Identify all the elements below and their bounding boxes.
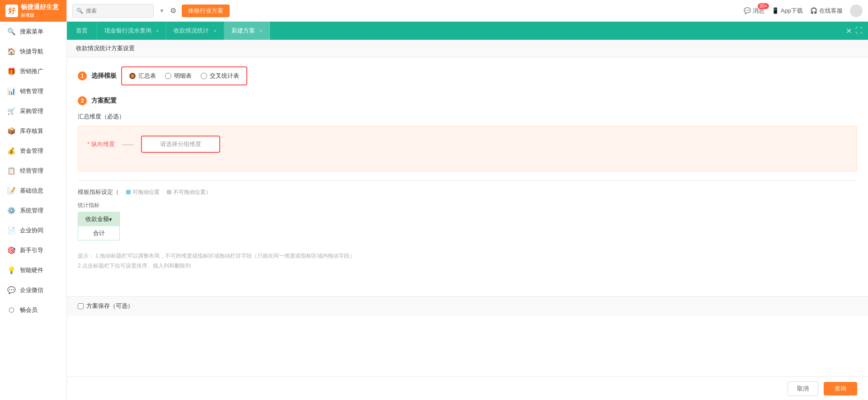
app-download-btn[interactable]: 📱 App下载	[772, 7, 803, 15]
radio-summary[interactable]: 汇总表	[129, 72, 156, 80]
draggable-label: 可拖动位置	[132, 188, 160, 196]
drag-dot-blue-icon	[126, 190, 131, 194]
sidebar-item-label: 经营管理	[20, 167, 43, 175]
topbar: 🔍 ▼ ⚙ 体验行业方案 💬 消息 99+ 📱 App下载 🎧 在线客服	[67, 0, 868, 22]
sidebar-item-operation[interactable]: 📋 经营管理	[0, 161, 66, 181]
non-draggable-indicator: 不可拖动位置）	[167, 188, 211, 196]
sidebar-item-marketing[interactable]: 🎁 营销推广	[0, 61, 66, 81]
settings-gear-icon[interactable]: ⚙	[170, 6, 176, 15]
chart-icon: 📊	[7, 87, 15, 95]
page-wrapper: 收款情况统计方案设置 1 选择模板 汇总表	[67, 40, 868, 383]
metrics-dropdown-icon[interactable]: ▾	[109, 216, 112, 223]
tab-payment-label: 收款情况统计	[174, 27, 209, 35]
sidebar-item-quick-nav[interactable]: 🏠 快捷导航	[0, 42, 66, 61]
sidebar-item-basic[interactable]: 📝 基础信息	[0, 181, 66, 201]
sidebar-item-wechat[interactable]: 💬 企业微信	[0, 280, 66, 300]
user-avatar[interactable]	[850, 5, 863, 17]
drag-dot-gray-icon	[167, 190, 171, 194]
doc-icon: 📝	[7, 187, 15, 195]
service-btn[interactable]: 🎧 在线客服	[810, 7, 843, 15]
sidebar-item-label: 销售管理	[20, 87, 43, 95]
query-button[interactable]: 查询	[824, 382, 857, 395]
step1-title: 选择模板	[91, 72, 117, 80]
step1-number: 1	[78, 71, 87, 80]
radio-cross[interactable]: 交叉统计表	[201, 72, 239, 80]
chat-icon: 💬	[7, 286, 15, 294]
dimension-area: * 纵向维度 —— 请选择分组维度	[78, 126, 857, 171]
action-bar: 取消 查询	[67, 376, 868, 400]
tab-bank-close-icon[interactable]: ×	[156, 28, 159, 33]
sidebar-item-label: 智能硬件	[20, 266, 43, 274]
radio-detail-input[interactable]	[165, 73, 171, 79]
money-icon: 💰	[7, 147, 15, 155]
metrics-label: 模板指标设定（	[78, 188, 119, 196]
tab-home[interactable]: 首页	[67, 22, 97, 40]
metrics-table-header[interactable]: 收款金额 ▾	[78, 212, 119, 226]
home-icon: 🏠	[7, 47, 15, 56]
save-plan-label: 方案保存（可选）	[86, 302, 133, 310]
metrics-table-row: 合计	[78, 226, 119, 240]
sidebar-item-guide[interactable]: 🎯 新手引导	[0, 240, 66, 260]
step2-header: 2 方案配置	[78, 96, 857, 105]
metrics-section: 模板指标设定（ 可拖动位置 不可拖动位置）	[78, 180, 857, 276]
sidebar-item-finance[interactable]: 💰 资金管理	[0, 141, 66, 161]
sidebar-item-sales[interactable]: 📊 销售管理	[0, 81, 66, 101]
sidebar-item-system[interactable]: ⚙️ 系统管理	[0, 201, 66, 221]
tab-payment-close-icon[interactable]: ×	[213, 28, 216, 33]
radio-detail[interactable]: 明细表	[165, 72, 192, 80]
tips-line1: 提示： 1.拖动标题栏可以调整布局，不可跨维度或指标区域拖动栏目字段（只能在同一…	[78, 251, 857, 261]
dimension-select-box[interactable]: 请选择分组维度	[141, 136, 220, 153]
search-icon: 🔍	[76, 8, 83, 14]
sidebar-item-inventory[interactable]: 📦 库存核算	[0, 121, 66, 141]
sidebar-item-purchase[interactable]: 🛒 采购管理	[0, 101, 66, 121]
radio-summary-input[interactable]	[129, 73, 136, 79]
page-content: 1 选择模板 汇总表 明细表	[67, 57, 868, 296]
sidebar-item-member[interactable]: ⬡ 畅会员	[0, 300, 66, 320]
sidebar-item-label: 采购管理	[20, 107, 43, 115]
step1-section: 1 选择模板 汇总表 明细表	[78, 66, 857, 85]
tips-section: 提示： 1.拖动标题栏可以调整布局，不可跨维度或指标区域拖动栏目字段（只能在同一…	[78, 246, 857, 276]
non-draggable-label: 不可拖动位置）	[173, 188, 211, 196]
close-window-icon[interactable]: ✕	[846, 27, 852, 35]
maximize-icon[interactable]: ⛶	[855, 27, 863, 35]
metrics-header: 模板指标设定（ 可拖动位置 不可拖动位置）	[78, 188, 857, 196]
sidebar-item-label: 库存核算	[20, 127, 43, 135]
save-plan-checkbox[interactable]	[78, 303, 84, 309]
dimension-config-label: 汇总维度（必选）	[78, 113, 857, 121]
sidebar-item-label: 资金管理	[20, 147, 43, 155]
topbar-search[interactable]: 🔍	[72, 4, 154, 18]
service-label: 在线客服	[819, 7, 843, 15]
step1-header: 1 选择模板 汇总表 明细表	[78, 66, 857, 85]
dropdown-arrow-icon[interactable]: ▼	[159, 8, 165, 14]
tab-new-close-icon[interactable]: ×	[259, 28, 262, 33]
draggable-indicator: 可拖动位置	[126, 188, 160, 196]
radio-summary-label: 汇总表	[138, 72, 156, 80]
message-badge: 99+	[758, 3, 769, 9]
search-input[interactable]	[86, 8, 150, 14]
tab-bank-query[interactable]: 现金银行流水查询 ×	[97, 22, 166, 40]
step2-title: 方案配置	[91, 97, 117, 105]
target-icon: 🎯	[7, 246, 15, 254]
tab-new-plan[interactable]: 新建方案 ×	[224, 22, 270, 40]
sidebar-item-hardware[interactable]: 💡 智能硬件	[0, 260, 66, 280]
sidebar-item-collab[interactable]: 📄 企业协同	[0, 221, 66, 240]
sidebar-item-label: 企业微信	[20, 286, 43, 294]
logo-text: 畅捷通好生意	[21, 3, 59, 11]
sidebar-item-search[interactable]: 🔍 搜索菜单	[0, 22, 66, 42]
industry-btn[interactable]: 体验行业方案	[182, 5, 230, 17]
content-area: 收款情况统计方案设置 1 选择模板 汇总表	[67, 40, 868, 400]
message-btn[interactable]: 💬 消息 99+	[744, 7, 764, 15]
logo-badge: 标准版	[21, 12, 59, 19]
tab-new-label: 新建方案	[231, 27, 255, 35]
radio-detail-label: 明细表	[174, 72, 192, 80]
metrics-table-header-text: 收款金额	[85, 215, 109, 223]
dimension-arrow: ——	[122, 141, 134, 148]
sidebar-item-label: 搜索菜单	[20, 28, 43, 36]
step2-section: 2 方案配置 汇总维度（必选） * 纵向维度 —— 请选择分组维度	[78, 96, 857, 276]
sidebar-item-label: 企业协同	[20, 226, 43, 235]
metrics-table-row-text: 合计	[93, 230, 105, 236]
tab-payment-stats[interactable]: 收款情况统计 ×	[166, 22, 224, 40]
cart-icon: 🛒	[7, 107, 15, 115]
cancel-button[interactable]: 取消	[788, 381, 818, 396]
radio-cross-input[interactable]	[201, 73, 207, 79]
